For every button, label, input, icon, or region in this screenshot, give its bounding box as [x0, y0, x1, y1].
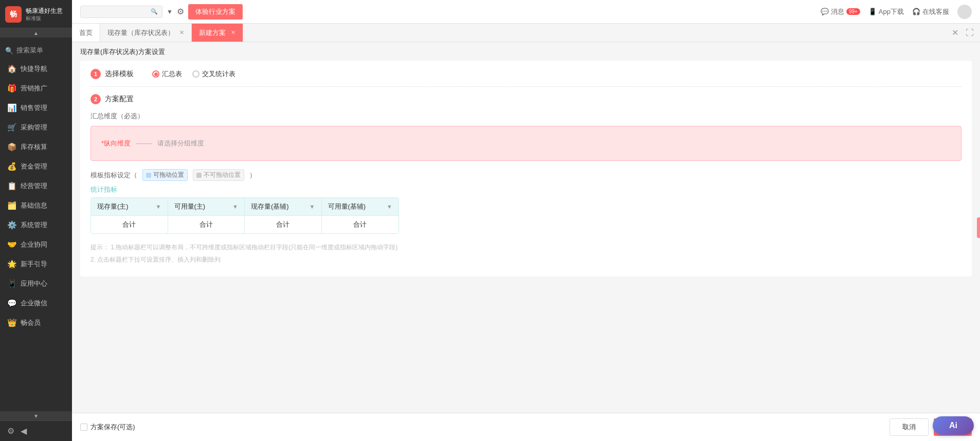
sidebar-item-operations[interactable]: 📋 经营管理 — [0, 176, 72, 196]
tab-new-plan-close-icon[interactable]: ✕ — [231, 29, 235, 36]
non-draggable-badge: 不可拖动位置 — [193, 169, 244, 181]
step1-header: 1 选择模板 汇总表 交叉统计表 — [90, 69, 961, 79]
app-subtitle: 标准版 — [26, 15, 63, 22]
col-label-1: 可用量(主) — [174, 202, 206, 211]
user-avatar[interactable] — [957, 5, 972, 19]
radio-cross[interactable]: 交叉统计表 — [192, 69, 235, 79]
header-right: 💬 消息 99+ 📱 App下载 🎧 在线客服 — [821, 5, 972, 19]
col-header-0[interactable]: 现存量(主) ▼ — [91, 198, 168, 215]
radio-cross-label: 交叉统计表 — [202, 69, 235, 79]
dimension-section-label: 汇总维度（必选） — [90, 112, 961, 121]
header-gear-icon[interactable]: ⚙ — [177, 7, 184, 16]
headset-icon: 🎧 — [912, 8, 920, 15]
draggable-dot — [146, 173, 151, 178]
experience-industry-btn[interactable]: 体验行业方案 — [188, 4, 243, 20]
settings-icon[interactable]: ⚙ — [7, 426, 14, 436]
col-chevron-2: ▼ — [310, 204, 315, 210]
radio-summary-circle — [152, 70, 159, 78]
app-download-item[interactable]: 📱 App下载 — [868, 7, 904, 16]
cancel-button[interactable]: 取消 — [890, 418, 929, 436]
sidebar: 畅 畅康通好生意 标准版 ▲ 🔍 搜索菜单 🏠 快捷导航 🎁 营销推广 📊 销售… — [0, 0, 72, 441]
app-logo-icon: 畅 — [5, 6, 22, 23]
col-chevron-1: ▼ — [232, 204, 238, 210]
step2-header: 2 方案配置 — [90, 94, 961, 104]
right-scroll-indicator — [977, 217, 980, 238]
sidebar-item-purchase[interactable]: 🛒 采购管理 — [0, 118, 72, 137]
sidebar-item-member[interactable]: 👑 畅会员 — [0, 313, 72, 333]
message-icon: 💬 — [821, 8, 829, 15]
non-draggable-dot — [196, 173, 202, 178]
step1-badge: 1 — [90, 69, 101, 79]
ai-fab-button[interactable]: Ai — [933, 416, 974, 435]
tab-home[interactable]: 首页 — [72, 24, 100, 42]
tab-inventory-status[interactable]: 现存量（库存状况表） ✕ — [100, 24, 192, 42]
sidebar-scroll-down[interactable]: ▼ — [0, 411, 72, 420]
page-title: 现存量(库存状况表)方案设置 — [72, 42, 980, 61]
coop-icon: 🤝 — [7, 240, 16, 249]
tab-inventory-label: 现存量（库存状况表） — [107, 28, 174, 38]
sidebar-item-marketing[interactable]: 🎁 营销推广 — [0, 79, 72, 98]
finance-icon: 💰 — [7, 162, 16, 171]
dimension-placeholder: 请选择分组维度 — [157, 139, 204, 148]
sidebar-item-finance[interactable]: 💰 资金管理 — [0, 157, 72, 176]
sidebar-search-label: 搜索菜单 — [16, 46, 43, 55]
sidebar-logo: 畅 畅康通好生意 标准版 — [0, 0, 72, 28]
col-header-3[interactable]: 可用量(基辅) ▼ — [322, 198, 399, 215]
tab-right-controls: ✕ ⛶ — [950, 27, 980, 39]
col-header-1[interactable]: 可用量(主) ▼ — [168, 198, 245, 215]
sales-icon: 📊 — [7, 103, 16, 113]
sidebar-scroll-up[interactable]: ▲ — [0, 28, 72, 38]
message-item[interactable]: 💬 消息 99+ — [821, 7, 860, 16]
header-search-box[interactable]: 🔍 — [80, 6, 162, 18]
sidebar-item-wechat[interactable]: 💬 企业微信 — [0, 293, 72, 313]
header-dropdown-icon[interactable]: ▼ — [167, 8, 173, 15]
dimension-required-label: *纵向维度 — [101, 139, 131, 148]
sidebar-item-basic[interactable]: 🗂️ 基础信息 — [0, 196, 72, 215]
online-service-label: 在线客服 — [922, 7, 949, 16]
sidebar-item-system[interactable]: ⚙️ 系统管理 — [0, 215, 72, 235]
stats-table: 现存量(主) ▼ 可用量(主) ▼ 现存量(基辅) ▼ 可用量(基辅) — [90, 197, 399, 234]
fullscreen-btn[interactable]: ⛶ — [964, 27, 976, 39]
save-label: 方案保存(可选) — [90, 422, 135, 432]
indicators-label-text: 模板指标设定（ — [90, 171, 137, 180]
sidebar-item-appstore[interactable]: 📱 应用中心 — [0, 274, 72, 293]
header-left: 🔍 ▼ ⚙ 体验行业方案 — [80, 4, 243, 20]
col-label-0: 现存量(主) — [97, 202, 129, 211]
save-option[interactable]: 方案保存(可选) — [80, 422, 135, 432]
dimension-box[interactable]: *纵向维度 —— 请选择分组维度 — [90, 126, 961, 161]
footer-bar: 方案保存(可选) 取消 查询 — [72, 413, 980, 441]
tab-inventory-close-icon[interactable]: ✕ — [179, 29, 184, 36]
radio-summary[interactable]: 汇总表 — [152, 69, 182, 79]
step2-badge: 2 — [90, 94, 101, 104]
sidebar-item-label: 企业微信 — [21, 299, 47, 308]
col-label-2: 现存量(基辅) — [251, 202, 289, 211]
inventory-icon: 📦 — [7, 142, 16, 152]
step1-divider — [90, 86, 961, 87]
draggable-badge: 可拖动位置 — [142, 169, 188, 181]
wechat-icon: 💬 — [7, 299, 16, 308]
stats-title: 统计指标 — [90, 185, 961, 194]
hint-2: 2. 点击标题栏下拉可设置排序、插入列和删除列 — [90, 254, 961, 266]
col-chevron-0: ▼ — [156, 204, 161, 210]
tab-new-plan[interactable]: 新建方案 ✕ — [192, 24, 243, 42]
save-checkbox[interactable] — [80, 424, 87, 431]
hints: 提示： 1.拖动标题栏可以调整布局，不可跨维度或指标区域拖动栏目字段(只能在同一… — [90, 242, 961, 265]
collapse-icon[interactable]: ◀ — [21, 426, 27, 436]
sidebar-item-label: 畅会员 — [21, 318, 41, 327]
sidebar-search[interactable]: 🔍 搜索菜单 — [0, 42, 72, 59]
close-tab-btn[interactable]: ✕ — [950, 27, 960, 39]
sidebar-nav: 🔍 搜索菜单 🏠 快捷导航 🎁 营销推广 📊 销售管理 🛒 采购管理 📦 库存核… — [0, 38, 72, 411]
online-service-item[interactable]: 🎧 在线客服 — [912, 7, 949, 16]
header-search-input[interactable] — [85, 8, 148, 15]
form-panel: 1 选择模板 汇总表 交叉统计表 2 方案配置 — [80, 61, 972, 277]
sidebar-item-inventory[interactable]: 📦 库存核算 — [0, 137, 72, 157]
sidebar-item-coop[interactable]: 🤝 企业协同 — [0, 235, 72, 254]
col-header-2[interactable]: 现存量(基辅) ▼ — [245, 198, 322, 215]
tab-home-label: 首页 — [79, 28, 93, 38]
template-options: 汇总表 交叉统计表 — [152, 69, 235, 79]
sidebar-item-sales[interactable]: 📊 销售管理 — [0, 98, 72, 118]
sidebar-item-newguide[interactable]: 🌟 新手引导 — [0, 254, 72, 274]
sidebar-item-label: 系统管理 — [21, 220, 47, 230]
sidebar-item-quick-nav[interactable]: 🏠 快捷导航 — [0, 59, 72, 79]
sidebar-bottom: ⚙ ◀ — [0, 420, 72, 441]
